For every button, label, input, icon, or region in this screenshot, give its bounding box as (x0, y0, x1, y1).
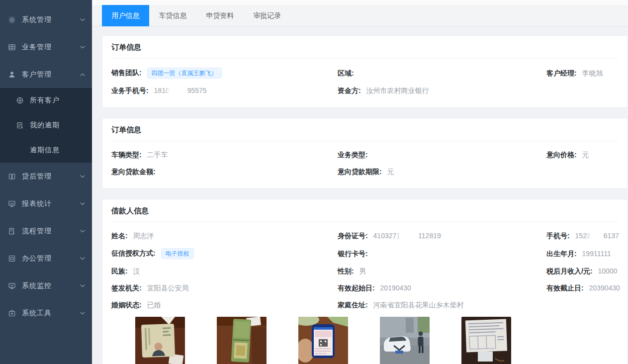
peoples-icon (16, 96, 24, 104)
photo-item: 结婚证明 (461, 317, 511, 364)
gear-icon (8, 16, 16, 24)
handwritten-doc-photo[interactable] (461, 317, 511, 364)
top-strip (92, 0, 628, 5)
sales-team-tag[interactable]: 四团一营（直属王鹏飞） (147, 68, 222, 79)
detail-tabs: 用户信息 车贷信息 申贷资料 审批记录 (92, 5, 628, 26)
sidebar-item-label: 报表统计 (22, 199, 80, 208)
section-title: 订单信息 (111, 43, 619, 59)
field-vehicle-type: 车辆类型: 二手车 (111, 150, 338, 160)
section-title: 订单信息 (111, 125, 619, 141)
field-business-phone: 业务手机号: 181095575 (111, 86, 338, 95)
grid-icon (8, 43, 16, 51)
sidebar-item-label: 逾期信息 (30, 146, 85, 155)
borrower-info-card: 借款人信息 姓名: 周志洋 身份证号: 4103271112819 手机号: 1… (102, 199, 628, 364)
monitor-check-icon (8, 282, 16, 290)
field-funder: 资金方: 汝州市农村商业银行 (338, 86, 546, 95)
sidebar-item-label: 系统工具 (22, 309, 80, 318)
field-home-address: 家庭住址: 河南省宜阳县花果山乡木柴村 (338, 300, 546, 310)
field-intended-loan-term: 意向贷款期限: 元 (338, 167, 546, 177)
sidebar-item-system-monitor[interactable]: 系统监控 (0, 272, 92, 299)
customer-submenu: 所有客户 我的逾期 逾期信息 (0, 88, 92, 163)
photo-item: 人像面 (135, 317, 185, 364)
chevron-down-icon (80, 46, 85, 49)
order-info-card-1: 订单信息 销售团队: 四团一营（直属王鹏飞） 区域: 客户经理: 李晓旭 (102, 35, 628, 108)
redaction-blur (170, 87, 187, 93)
field-ethnicity: 民族: 汉 (111, 267, 338, 276)
field-birth-date: 出生年月: 19911111 (546, 249, 620, 259)
sidebar-item-my-overdue[interactable]: 我的逾期 (0, 113, 92, 138)
field-intended-loan-amount: 意向贷款金额: (111, 167, 338, 177)
sidebar-item-office-management[interactable]: 办公管理 (0, 245, 92, 272)
sidebar-item-label: 办公管理 (22, 254, 80, 263)
field-valid-to: 有效截止日: 20390430 (546, 283, 620, 293)
chevron-down-icon (80, 284, 85, 287)
person-car-photo[interactable] (380, 317, 430, 364)
sidebar-item-label: 系统管理 (22, 15, 80, 24)
sidebar-item-all-customers[interactable]: 所有客户 (0, 88, 92, 113)
photo-item: 征信授权书 (298, 317, 348, 364)
chevron-down-icon (80, 257, 85, 260)
cards-area: 订单信息 销售团队: 四团一营（直属王鹏飞） 区域: 客户经理: 李晓旭 (92, 26, 628, 364)
book-icon (8, 173, 16, 181)
tab-approval-records[interactable]: 审批记录 (244, 5, 291, 26)
chevron-down-icon (80, 230, 85, 233)
field-valid-from: 有效起始日: 20190430 (338, 283, 546, 293)
chart-monitor-icon (8, 200, 16, 208)
user-icon (8, 71, 16, 79)
sidebar-item-workflow-management[interactable]: 流程管理 (0, 217, 92, 245)
sidebar-item-label: 客户管理 (22, 70, 80, 79)
sidebar-item-system-management[interactable]: 系统管理 (0, 6, 92, 33)
field-bank-card: 银行卡号: (338, 249, 546, 259)
field-name: 姓名: 周志洋 (111, 231, 338, 241)
borrower-photos: 人像面 (111, 317, 619, 364)
tab-user-info[interactable]: 用户信息 (102, 5, 149, 26)
tab-car-loan-info[interactable]: 车贷信息 (149, 5, 196, 26)
field-business-type: 业务类型: (338, 150, 546, 160)
sidebar-item-customer-management[interactable]: 客户管理 (0, 61, 92, 88)
chevron-up-icon (80, 73, 85, 76)
field-monthly-income: 税后月收入/元: 10000 (546, 267, 620, 276)
license-booklet-photo[interactable] (217, 317, 267, 364)
field-customer-manager: 客户经理: 李晓旭 (546, 69, 619, 78)
sidebar-item-label: 流程管理 (22, 227, 80, 236)
redaction-blur (400, 232, 418, 239)
sidebar-item-business-management[interactable]: 业务管理 (0, 33, 92, 61)
field-region: 区域: (338, 69, 546, 78)
sidebar-item-label: 业务管理 (22, 43, 80, 52)
photo-item: 驾驶证副页 (217, 317, 267, 364)
field-issuing-authority: 签发机关: 宜阳县公安局 (111, 283, 338, 293)
section-title: 借款人信息 (111, 206, 619, 222)
id-card-photo[interactable] (135, 317, 185, 364)
phone-auth-photo[interactable] (298, 317, 348, 364)
credit-auth-tag[interactable]: 电子授权 (161, 248, 194, 259)
sidebar: 系统管理 业务管理 客户管理 所有客户 (0, 0, 92, 364)
redaction-blur (591, 232, 604, 239)
sidebar-item-report-statistics[interactable]: 报表统计 (0, 190, 92, 217)
tab-loan-application-materials[interactable]: 申贷资料 (196, 5, 244, 26)
sidebar-item-postloan-management[interactable]: 贷后管理 (0, 163, 92, 190)
chevron-down-icon (80, 175, 85, 178)
toolbox-icon (8, 309, 16, 317)
sidebar-item-label: 系统监控 (22, 281, 80, 290)
field-marital-status: 婚姻状态: 已婚 (111, 300, 338, 310)
field-gender: 性别: 男 (338, 267, 546, 276)
sidebar-item-label: 我的逾期 (30, 121, 85, 130)
sidebar-item-overdue-info[interactable]: 逾期信息 (0, 138, 92, 163)
chevron-down-icon (80, 18, 85, 21)
chevron-down-icon (80, 312, 85, 315)
workflow-icon (8, 227, 16, 235)
app-root: 系统管理 业务管理 客户管理 所有客户 (0, 0, 628, 364)
sidebar-item-label: 贷后管理 (22, 172, 80, 181)
document-icon (16, 121, 24, 129)
field-credit-auth-method: 征信授权方式: 电子授权 (111, 248, 338, 259)
field-mobile-phone: 手机号: 15236137 (546, 231, 620, 241)
sidebar-item-system-tools[interactable]: 系统工具 (0, 299, 92, 327)
field-sales-team: 销售团队: 四团一营（直属王鹏飞） (111, 68, 338, 79)
field-id-number: 身份证号: 4103271112819 (338, 231, 546, 241)
sidebar-item-label: 所有客户 (30, 96, 85, 105)
order-info-card-2: 订单信息 车辆类型: 二手车 业务类型: 意向价格: 元 (102, 118, 628, 189)
field-intended-price: 意向价格: 元 (546, 150, 619, 160)
chevron-down-icon (80, 202, 85, 205)
photo-item: 人车合影 (380, 317, 430, 364)
office-icon (8, 255, 16, 263)
